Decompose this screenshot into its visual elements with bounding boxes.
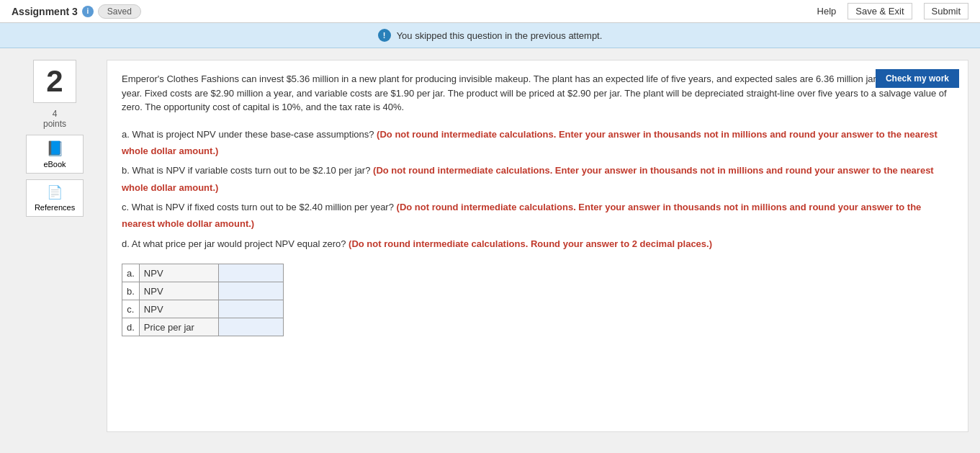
answer-label-2: c. [122,300,140,318]
header-right: Help Save & Exit Submit [817,3,968,19]
answer-table: a.NPVb.NPVc.NPVd.Price per jar [122,264,284,336]
table-row: a.NPV [122,264,284,282]
table-row: d.Price per jar [122,318,284,336]
sub-b-main: What is NPV if variable costs turn out t… [132,165,370,176]
sub-b: b. What is NPV if variable costs turn ou… [122,162,953,196]
submit-button[interactable]: Submit [924,3,968,19]
answer-input-1[interactable] [219,282,283,300]
ebook-icon: 📘 [46,140,64,157]
sub-c-prefix: c. [122,202,129,212]
points-label: 4 points [43,109,66,129]
answer-input-cell-1[interactable] [218,282,283,300]
left-sidebar: 2 4 points 📘 eBook 📄 References [12,60,98,432]
alert-message: You skipped this question in the previou… [397,30,603,41]
sub-c-main: What is NPV if fixed costs turn out to b… [132,202,394,212]
check-my-work-button[interactable]: Check my work [876,69,959,88]
answer-label-1: b. [122,282,140,300]
saved-badge: Saved [98,4,141,19]
sub-b-prefix: b. [122,165,130,176]
points-value: 4 [53,109,58,119]
answer-input-2[interactable] [219,300,283,318]
answer-name-0: NPV [139,264,218,282]
table-row: c.NPV [122,300,284,318]
answer-input-cell-2[interactable] [218,300,283,318]
save-exit-button[interactable]: Save & Exit [848,3,912,19]
main-content: 2 4 points 📘 eBook 📄 References Check my… [0,48,980,444]
header-left: Assignment 3 i Saved [12,4,141,19]
alert-bar: ! You skipped this question in the previ… [0,23,980,48]
sub-d-main: At what price per jar would project NPV … [132,238,346,249]
answer-input-cell-3[interactable] [218,318,283,336]
ebook-label: eBook [43,160,66,169]
answer-input-cell-0[interactable] [218,264,283,282]
sub-questions: a. What is project NPV under these base-… [122,126,953,253]
answer-name-2: NPV [139,300,218,318]
question-body: Emperor's Clothes Fashions can invest $5… [122,72,953,115]
answer-label-0: a. [122,264,140,282]
sub-d-prefix: d. [122,238,130,249]
answer-name-1: NPV [139,282,218,300]
sub-a-prefix: a. [122,129,130,140]
assignment-title: Assignment 3 [12,6,78,17]
points-text: points [43,119,66,129]
references-label: References [35,203,75,212]
info-icon[interactable]: i [82,6,94,17]
question-number: 2 [33,60,76,103]
sub-a: a. What is project NPV under these base-… [122,126,953,160]
answer-label-3: d. [122,318,140,336]
sub-a-main: What is project NPV under these base-cas… [132,129,374,140]
help-link[interactable]: Help [817,6,837,17]
ebook-button[interactable]: 📘 eBook [26,135,84,174]
references-icon: 📄 [47,184,63,200]
answer-name-3: Price per jar [139,318,218,336]
question-panel: Check my work Emperor's Clothes Fashions… [107,60,968,432]
table-row: b.NPV [122,282,284,300]
sub-d: d. At what price per jar would project N… [122,236,953,252]
alert-icon: ! [378,29,391,42]
sub-d-bold: (Do not round intermediate calculations.… [349,238,712,249]
header: Assignment 3 i Saved Help Save & Exit Su… [0,0,980,23]
references-button[interactable]: 📄 References [26,179,84,217]
answer-input-3[interactable] [219,318,283,336]
answer-input-0[interactable] [219,264,283,282]
sub-c: c. What is NPV if fixed costs turn out t… [122,199,953,233]
